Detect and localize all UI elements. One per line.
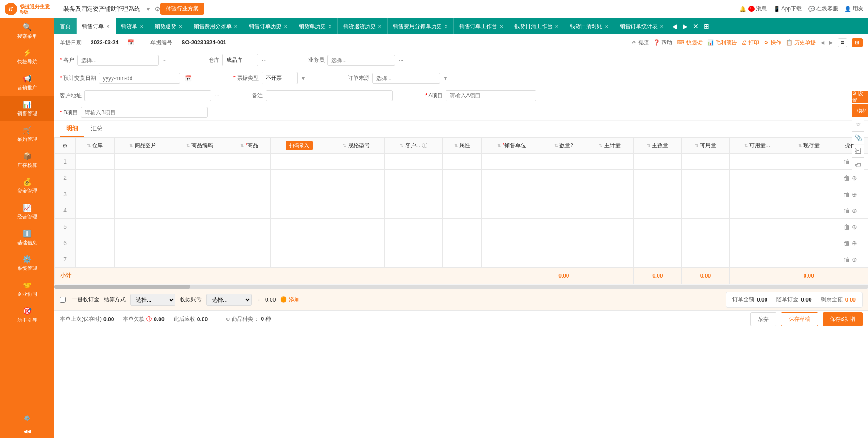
add-btn[interactable]: 🟠 添加 (280, 296, 299, 303)
th-unit[interactable]: ⇅ *销售单位 (481, 138, 542, 154)
row1-stock[interactable] (785, 154, 833, 170)
order-source-dropdown-icon[interactable]: ▼ (443, 75, 448, 82)
row3-copy-icon[interactable]: ⊕ (852, 191, 857, 198)
delivery-date-input[interactable] (99, 73, 180, 84)
tab-sales-order-history[interactable]: 销售订单历史 ✕ (243, 18, 293, 34)
star-float-btn[interactable]: ☆ (852, 118, 864, 130)
address-input[interactable] (84, 90, 211, 101)
th-available[interactable]: ⇅ 可用量 (682, 138, 730, 154)
remarks-input[interactable] (266, 90, 393, 101)
agent-ellipsis-btn[interactable]: ··· (399, 57, 403, 63)
th-main-unit[interactable]: ⇅ 主计量 (586, 138, 634, 154)
user-avatar[interactable]: 👤 用友 (844, 5, 863, 13)
address-ellipsis-btn[interactable]: ··· (215, 92, 219, 99)
th-attr[interactable]: ⇅ 属性 (442, 138, 481, 154)
row2-delete-icon[interactable]: 🗑 (844, 174, 850, 182)
sidebar-item-sales[interactable]: 📊 销售管理 (0, 96, 54, 121)
tab-home[interactable]: 首页 (54, 18, 77, 34)
scan-btn[interactable]: 扫码录入 (286, 141, 313, 150)
row3-delete-icon[interactable]: 🗑 (844, 191, 850, 198)
row1-available[interactable] (682, 154, 730, 170)
sidebar-item-system[interactable]: ⚙️ 系统管理 (0, 250, 54, 276)
row1-customer-code[interactable] (385, 154, 443, 170)
order-source-input[interactable] (372, 73, 440, 84)
tab-sales-order[interactable]: 销售订单 ✕ (77, 18, 116, 34)
row1-attr[interactable] (442, 154, 481, 170)
trial-btn[interactable]: 体验行业方案 (160, 3, 204, 15)
row1-code[interactable] (171, 154, 228, 170)
delivery-calendar-icon[interactable]: 📅 (185, 75, 192, 82)
row1-image[interactable] (114, 154, 171, 170)
tab-detail[interactable]: 明细 (60, 121, 84, 137)
agent-input[interactable] (327, 55, 395, 66)
th-settings[interactable]: ⚙ (55, 138, 76, 154)
form-view-btn[interactable]: ⊞ (852, 38, 863, 47)
tab-prev-btn[interactable]: ◀ (669, 23, 680, 30)
row6-copy-icon[interactable]: ⊕ (852, 240, 857, 247)
row2-available[interactable] (682, 170, 730, 186)
row2-customer-code[interactable] (385, 170, 443, 186)
tag-float-btn[interactable]: 🏷 (852, 159, 864, 171)
row1-main-unit[interactable] (586, 154, 634, 170)
online-service-link[interactable]: 💬 在线客服 (808, 5, 838, 13)
settings-icon[interactable]: ⚙ (155, 5, 160, 13)
row2-warehouse[interactable] (75, 170, 114, 186)
sidebar-settings[interactable]: ⚙️ (0, 412, 54, 425)
shortcut-action[interactable]: ⌨ 快捷键 (677, 39, 702, 47)
a-project-input[interactable] (446, 90, 536, 101)
save-draft-btn[interactable]: 保存草稿 (781, 312, 818, 326)
row7-delete-icon[interactable]: 🗑 (844, 256, 850, 263)
row4-copy-icon[interactable]: ⊕ (852, 207, 857, 214)
tab-close-all-btn[interactable]: ✕ (690, 23, 701, 30)
sidebar-collapse[interactable]: ◀◀ (0, 425, 54, 438)
row1-main-qty[interactable] (634, 154, 682, 170)
tab-cash-account[interactable]: 钱货日清对账 ✕ (564, 18, 614, 34)
history-action[interactable]: 📋 历史单据 (786, 39, 816, 47)
tab-expand-btn[interactable]: ⊞ (701, 23, 712, 30)
row2-available2[interactable] (729, 170, 785, 186)
profit-action[interactable]: 📊 毛利预告 (707, 39, 737, 47)
th-code[interactable]: ⇅ 商品编码 (171, 138, 228, 154)
th-qty2[interactable]: ⇅ 数量2 (542, 138, 586, 154)
material-float-btn[interactable]: + 物料 (852, 104, 868, 117)
list-view-btn[interactable]: ≡ (838, 38, 847, 47)
tab-sales-note[interactable]: 销货单 ✕ (116, 18, 149, 34)
tab-next-btn[interactable]: ▶ (680, 23, 690, 30)
th-stock[interactable]: ⇅ 现存量 (785, 138, 833, 154)
sidebar-item-finance[interactable]: 💰 资金管理 (0, 173, 54, 199)
tab-fee-history[interactable]: 销售费用分摊单历史 ✕ (388, 18, 454, 34)
row2-code[interactable] (171, 170, 228, 186)
settlement-select[interactable]: 选择... (130, 294, 175, 306)
b-project-input[interactable] (81, 107, 208, 118)
th-warehouse[interactable]: ⇅ 仓库 (75, 138, 114, 154)
th-main-qty[interactable]: ⇅ 主数量 (634, 138, 682, 154)
save-new-btn[interactable]: 保存&新增 (823, 312, 863, 326)
row6-delete-icon[interactable]: 🗑 (844, 240, 850, 247)
row2-product[interactable] (228, 170, 271, 186)
row2-copy-icon[interactable]: ⊕ (852, 174, 857, 182)
row1-unit[interactable] (481, 154, 542, 170)
discard-btn[interactable]: 放弃 (750, 312, 776, 326)
calendar-icon[interactable]: 📅 (127, 39, 134, 46)
row5-copy-icon[interactable]: ⊕ (852, 223, 857, 231)
scroll-bar[interactable] (54, 284, 868, 289)
row1-warehouse[interactable] (75, 154, 114, 170)
th-product[interactable]: ⇅ *商品 (228, 138, 271, 154)
invoice-dropdown-icon[interactable]: ▼ (301, 75, 306, 82)
customer-ellipsis-btn[interactable]: ··· (162, 57, 167, 63)
sidebar-item-search[interactable]: 🔍 搜索菜单 (0, 18, 54, 44)
nav-next-btn[interactable]: ▶ (829, 39, 833, 46)
tab-cash-workbench[interactable]: 钱货日清工作台 ✕ (509, 18, 564, 34)
nav-prev-btn[interactable]: ◀ (820, 39, 824, 46)
clip-float-btn[interactable]: 📎 (852, 131, 864, 144)
row4-delete-icon[interactable]: 🗑 (844, 207, 850, 214)
row2-main-qty[interactable] (634, 170, 682, 186)
row1-product[interactable] (228, 154, 271, 170)
notification-link[interactable]: 🔔 9 消息 (739, 5, 767, 13)
img-float-btn[interactable]: 🖼 (852, 145, 864, 158)
row2-attr[interactable] (442, 170, 481, 186)
th-image[interactable]: ⇅ 商品图片 (114, 138, 171, 154)
sidebar-item-marketing[interactable]: 📢 营销推广 (0, 70, 54, 96)
sidebar-item-guide[interactable]: 🎯 新手引导 (0, 302, 54, 328)
sidebar-item-purchase[interactable]: 🛒 采购管理 (0, 121, 54, 147)
